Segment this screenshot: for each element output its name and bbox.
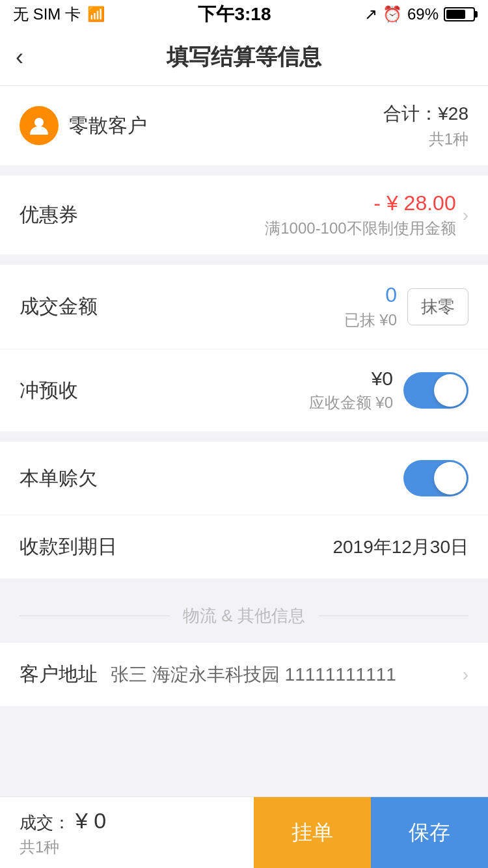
- save-button[interactable]: 保存: [371, 797, 488, 869]
- amount-input[interactable]: [319, 283, 397, 307]
- customer-row: 零散客户 合计：¥28 共1种: [0, 86, 488, 165]
- battery-percent: 69%: [407, 5, 439, 23]
- due-date-row: 收款到期日 2019年12月30日: [0, 515, 488, 578]
- status-left: 无 SIM 卡 📶: [13, 4, 105, 25]
- prepay-right: ¥0 应收金额 ¥0: [309, 368, 468, 413]
- alarm-icon: ⏰: [383, 5, 402, 23]
- status-right: ↗ ⏰ 69%: [364, 5, 475, 23]
- customer-left: 零散客户: [20, 106, 147, 145]
- round-zero-button[interactable]: 抹零: [407, 288, 468, 325]
- address-row[interactable]: 客户地址 张三 海淀永丰科技园 11111111111 ›: [0, 643, 488, 706]
- debt-toggle[interactable]: [403, 460, 468, 496]
- debt-toggle-knob: [434, 462, 467, 495]
- chevron-right-icon: ›: [463, 205, 468, 226]
- bottom-transaction-amount: ¥ 0: [75, 808, 106, 834]
- debt-section: 本单赊欠 收款到期日 2019年12月30日: [0, 442, 488, 578]
- status-time: 下午3:18: [198, 2, 271, 27]
- logistics-label: 物流 & 其他信息: [183, 604, 305, 627]
- prepay-toggle[interactable]: [403, 372, 468, 409]
- coupon-amount: - ¥ 28.00: [265, 191, 455, 215]
- coupon-right: - ¥ 28.00 满1000-100不限制使用金额: [265, 191, 455, 239]
- due-date-value: 2019年12月30日: [332, 535, 468, 560]
- sim-status: 无 SIM 卡: [13, 4, 81, 25]
- coupon-description: 满1000-100不限制使用金额: [265, 218, 455, 239]
- transaction-amount-row: 成交金额 已抹 ¥0 抹零: [0, 265, 488, 349]
- total-count: 共1种: [383, 129, 468, 150]
- logistics-separator: 物流 & 其他信息: [0, 589, 488, 643]
- bottom-info: 成交： ¥ 0 共1种: [0, 808, 254, 858]
- address-section: 客户地址 张三 海淀永丰科技园 11111111111 ›: [0, 643, 488, 706]
- prepay-amount: ¥0: [309, 368, 393, 390]
- transaction-section: 成交金额 已抹 ¥0 抹零 冲预收 ¥0 应收金额 ¥0: [0, 265, 488, 431]
- address-label: 客户地址: [20, 661, 98, 688]
- user-icon: [27, 114, 51, 137]
- bottom-bar: 成交： ¥ 0 共1种 挂单 保存: [0, 796, 488, 868]
- bottom-count: 共1种: [20, 837, 234, 858]
- coupon-row[interactable]: 优惠券 - ¥ 28.00 满1000-100不限制使用金额 ›: [0, 176, 488, 254]
- receivable-text: 应收金额 ¥0: [309, 392, 393, 413]
- due-date-label: 收款到期日: [20, 534, 117, 560]
- prepay-label: 冲预收: [20, 377, 78, 404]
- location-icon: ↗: [364, 5, 377, 23]
- toggle-knob: [434, 374, 467, 407]
- separator-line-left: [20, 616, 170, 616]
- page-title: 填写结算等信息: [167, 42, 321, 72]
- coupon-label: 优惠券: [20, 202, 78, 228]
- amount-label: 成交金额: [20, 293, 98, 320]
- battery-icon: [444, 7, 475, 21]
- content: 零散客户 合计：¥28 共1种 优惠券 - ¥ 28.00 满1000-100不…: [0, 86, 488, 794]
- customer-total: 合计：¥28 共1种: [383, 102, 468, 150]
- separator-line-right: [318, 616, 468, 616]
- hold-button[interactable]: 挂单: [254, 797, 371, 869]
- svg-point-0: [34, 118, 44, 127]
- back-button[interactable]: ‹: [16, 44, 23, 71]
- prepay-row: 冲预收 ¥0 应收金额 ¥0: [0, 349, 488, 431]
- debt-label: 本单赊欠: [20, 465, 98, 492]
- bottom-transaction-label: 成交：: [20, 811, 70, 834]
- total-label: 合计：¥28: [383, 102, 468, 126]
- wifi-icon: 📶: [87, 6, 105, 23]
- nav-bar: ‹ 填写结算等信息: [0, 29, 488, 86]
- customer-name: 零散客户: [69, 113, 147, 139]
- amount-right: 已抹 ¥0 抹零: [319, 283, 468, 331]
- already-rounded-text: 已抹 ¥0: [319, 310, 397, 331]
- chevron-right-icon: ›: [463, 664, 468, 685]
- debt-row: 本单赊欠: [0, 442, 488, 515]
- status-bar: 无 SIM 卡 📶 下午3:18 ↗ ⏰ 69%: [0, 0, 488, 29]
- avatar: [20, 106, 59, 145]
- address-value: 张三 海淀永丰科技园 11111111111: [111, 662, 463, 687]
